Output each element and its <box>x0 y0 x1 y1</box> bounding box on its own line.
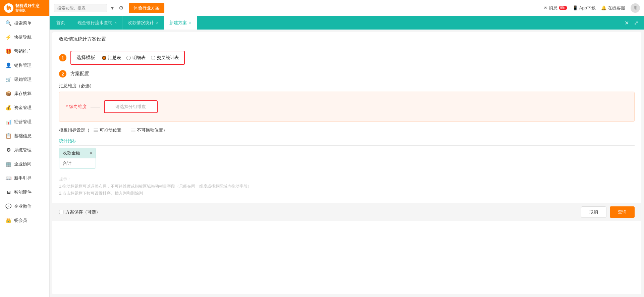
content-area: 收款情况统计方案设置 1 选择模板 汇总表 <box>50 30 644 297</box>
enterprise-icon: 🏢 <box>5 161 11 167</box>
save-checkbox[interactable]: 方案保存（可选） <box>59 209 100 215</box>
tabbar-actions: ✕ ⤢ <box>619 16 644 30</box>
hardware-icon: 🖥 <box>5 189 11 195</box>
sidebar-item-system[interactable]: ⚙ 系统管理 <box>0 143 49 157</box>
notifications-badge: 99+ <box>559 6 567 10</box>
tab-label: 现金银行流水查询 <box>77 20 112 26</box>
logo-title: 畅捷通好生意 <box>15 3 40 8</box>
sidebar-item-member[interactable]: 👑 畅会员 <box>0 213 49 228</box>
header-right: ✉ 消息 99+ 📱 App下载 🔔 在线客服 用 <box>544 3 640 13</box>
sidebar-item-purchase[interactable]: 🛒 采购管理 <box>0 72 49 87</box>
expand-icon[interactable]: ⤢ <box>632 19 640 27</box>
sidebar-item-inventory[interactable]: 📦 库存核算 <box>0 87 49 101</box>
sidebar-item-sales[interactable]: 👤 销售管理 <box>0 58 49 72</box>
radio-cross-input[interactable] <box>151 56 155 60</box>
metrics-label-text: 模板指标设定（ <box>59 127 90 133</box>
save-checkbox-input[interactable] <box>59 210 63 214</box>
form-section: 1 选择模板 汇总表 明细表 <box>52 45 641 203</box>
guide-icon: 📖 <box>5 175 11 181</box>
radio-summary[interactable]: 汇总表 <box>102 55 121 61</box>
tab-close-bank-flow[interactable]: × <box>114 20 117 25</box>
dim-placeholder-btn[interactable]: 请选择分组维度 <box>104 100 158 113</box>
sidebar-item-quick-nav[interactable]: ⚡ 快捷导航 <box>0 30 49 44</box>
dim-vertical-label: * 纵向维度 <box>66 104 87 110</box>
dim-placeholder-text: 请选择分组维度 <box>115 104 146 109</box>
metrics-card-row-text: 合计 <box>63 161 71 166</box>
sidebar-item-marketing[interactable]: 🎁 营销推广 <box>0 44 49 58</box>
step1-label: 选择模板 <box>76 55 95 61</box>
sidebar-item-label: 企业微信 <box>14 203 32 209</box>
radio-cross[interactable]: 交叉统计表 <box>151 55 179 61</box>
step1-badge: 1 <box>59 54 66 61</box>
metrics-card-header[interactable]: 收款金额 ▾ <box>59 148 96 158</box>
sidebar-item-search[interactable]: 🔍 搜索菜单 <box>0 16 49 30</box>
tab-bar: 首页 现金银行流水查询 × 收款情况统计 × 新建方案 × ✕ ⤢ <box>50 16 644 30</box>
sidebar-item-label: 基础信息 <box>14 133 32 139</box>
sidebar-item-label: 快捷导航 <box>14 34 32 40</box>
page-title: 收款情况统计方案设置 <box>59 36 106 42</box>
tab-home[interactable]: 首页 <box>50 16 72 30</box>
settings-icon[interactable]: ⚙ <box>117 3 125 12</box>
sidebar-item-base-info[interactable]: 📋 基础信息 <box>0 129 49 143</box>
avatar-text: 用 <box>634 5 637 10</box>
cancel-button[interactable]: 取消 <box>581 206 606 218</box>
metrics-card-row: 合计 <box>59 158 96 168</box>
close-all-icon[interactable]: ✕ <box>623 19 631 27</box>
metrics-dropdown-icon[interactable]: ▾ <box>90 151 92 156</box>
dim-section: 汇总维度（必选） * 纵向维度 —— 请选择分组维度 <box>59 83 635 122</box>
radio-detail-input[interactable] <box>126 56 131 60</box>
sidebar-logo: 畅 畅捷通好生意 标准版 <box>0 0 49 16</box>
quick-nav-icon: ⚡ <box>5 34 11 40</box>
sidebar-item-label: 畅会员 <box>14 217 27 224</box>
sidebar-item-label: 销售管理 <box>14 62 32 68</box>
logo-icon: 畅 <box>4 3 13 13</box>
metrics-card-title: 收款金额 <box>63 150 80 156</box>
purchase-icon: 🛒 <box>5 77 11 83</box>
sidebar-item-wechat[interactable]: 💬 企业微信 <box>0 199 49 213</box>
inventory-icon: 📦 <box>5 91 11 97</box>
tab-bank-flow[interactable]: 现金银行流水查询 × <box>72 16 122 30</box>
radio-detail-label: 明细表 <box>132 55 146 61</box>
sidebar-item-label: 智能硬件 <box>14 189 32 195</box>
page-container: 收款情况统计方案设置 1 选择模板 汇总表 <box>52 32 641 294</box>
radio-summary-label: 汇总表 <box>108 55 121 61</box>
sidebar-item-guide[interactable]: 📖 新手引导 <box>0 171 49 185</box>
tab-new-plan[interactable]: 新建方案 × <box>164 16 197 30</box>
dim-title-text: 汇总维度（必选） <box>59 83 94 88</box>
header-dropdown-button[interactable]: ▼ <box>110 5 115 11</box>
hint2-text: 不可拖动位置） <box>137 127 167 133</box>
query-button[interactable]: 查询 <box>610 206 635 218</box>
config-section: 汇总维度（必选） * 纵向维度 —— 请选择分组维度 <box>59 83 635 197</box>
app-download-item[interactable]: 📱 App下载 <box>573 5 596 11</box>
sidebar-item-label: 新手引导 <box>14 175 32 181</box>
wechat-icon: 💬 <box>5 203 11 209</box>
radio-summary-input[interactable] <box>102 56 106 60</box>
dim-row: * 纵向维度 —— 请选择分组维度 <box>66 100 158 113</box>
download-icon: 📱 <box>573 5 578 10</box>
step1-row: 1 选择模板 汇总表 明细表 <box>59 51 635 65</box>
tab-close-receipt-stats[interactable]: × <box>156 20 158 25</box>
step2-label: 方案配置 <box>70 71 89 77</box>
online-support-item[interactable]: 🔔 在线客服 <box>601 5 625 11</box>
notifications-item[interactable]: ✉ 消息 99+ <box>544 5 567 11</box>
tab-close-new-plan[interactable]: × <box>189 20 191 25</box>
step2-row: 2 方案配置 <box>59 70 635 78</box>
metrics-section: 模板指标设定（ 可拖动位置 不可拖 <box>59 127 635 169</box>
sidebar-item-enterprise[interactable]: 🏢 企业协同 <box>0 157 49 171</box>
footer-area: 方案保存（可选） 取消 查询 <box>52 203 641 221</box>
search-input[interactable] <box>54 4 107 12</box>
member-icon: 👑 <box>5 217 11 224</box>
sidebar-item-finance[interactable]: 💰 资金管理 <box>0 101 49 115</box>
save-checkbox-label: 方案保存（可选） <box>65 209 100 215</box>
metrics-label: 模板指标设定（ 可拖动位置 不可拖 <box>59 127 635 133</box>
user-avatar[interactable]: 用 <box>631 3 640 13</box>
tab-receipt-stats[interactable]: 收款情况统计 × <box>122 16 164 30</box>
radio-detail[interactable]: 明细表 <box>126 55 146 61</box>
marketing-icon: 🎁 <box>5 48 11 54</box>
online-support-label: 在线客服 <box>608 5 625 11</box>
trial-button[interactable]: 体验行业方案 <box>129 3 164 13</box>
page-title-bar: 收款情况统计方案设置 <box>52 32 641 45</box>
sidebar-item-operations[interactable]: 📊 经营管理 <box>0 115 49 129</box>
sidebar-item-hardware[interactable]: 🖥 智能硬件 <box>0 185 49 199</box>
dim-area: * 纵向维度 —— 请选择分组维度 <box>59 92 635 122</box>
